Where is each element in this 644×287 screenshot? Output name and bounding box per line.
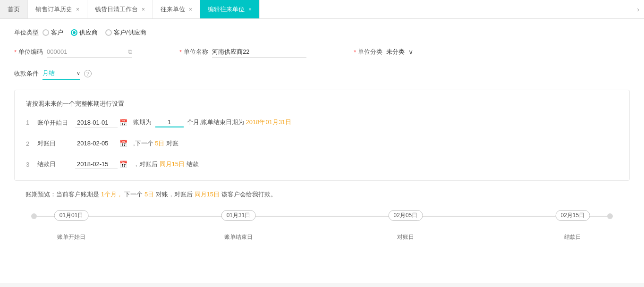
radio-both-label: 客户/供应商: [114, 28, 146, 37]
setting-num-2: 2: [26, 140, 37, 147]
date-value-1: 2018-01-01: [75, 118, 118, 127]
tabs-bar: 首页 销售订单历史 × 钱货日清工作台 × 往来单位 × 编辑往来单位 × ›: [0, 0, 644, 19]
payment-condition-row: 收款条件 月结 ∨ ?: [14, 67, 630, 80]
radio-group: 客户 供应商 客户/供应商: [42, 28, 146, 37]
calendar-icon-2[interactable]: 📅: [119, 140, 127, 147]
calendar-icon-3[interactable]: 📅: [119, 160, 127, 168]
tab-close-sales-history[interactable]: ×: [76, 6, 79, 13]
reconcile-desc-prefix: ,下一个: [133, 140, 153, 147]
timeline-right-dot: [607, 213, 613, 219]
setting-desc-1: 账期为 个月,账单结束日期为 2018年01月31日: [133, 118, 291, 127]
setting-row-3: 3 结款日 2018-02-15 📅 ，对账后 同月15日 结款: [26, 160, 618, 169]
tab-close-edit-partner[interactable]: ×: [248, 6, 252, 13]
tab-close-partner-units[interactable]: ×: [189, 6, 192, 13]
setting-field-2: 对账日: [37, 139, 75, 148]
radio-supplier-circle: [71, 29, 77, 36]
timeline-node-1: 01月01日 账单开始日: [54, 210, 89, 241]
unit-classify-label: 单位分类: [358, 48, 382, 56]
unit-code-group: * 单位编码 ⧉: [14, 46, 132, 58]
unit-classify-group: * 单位分类 未分类 ∨: [354, 48, 413, 56]
payment-select-text: 月结: [42, 69, 75, 77]
radio-both-circle: [105, 29, 112, 36]
node-1-pill: 01月01日: [54, 210, 89, 221]
settings-title: 请按照未来的一个完整帐期进行设置: [26, 100, 618, 108]
payment-select-wrapper: 月结 ∨ ?: [42, 67, 92, 80]
node-2-pill: 01月31日: [221, 210, 256, 221]
preview-payment-day: 同月15日: [195, 191, 220, 198]
unit-classify-value: 未分类: [386, 48, 405, 56]
timeline-left-dot: [31, 213, 37, 219]
period-label: 账期为: [133, 118, 152, 126]
payment-condition-group: 收款条件 月结 ∨ ?: [14, 67, 92, 80]
settings-box: 请按照未来的一个完整帐期进行设置 1 账单开始日 2018-01-01 📅 账期…: [14, 90, 630, 181]
timeline-node-4: 02月15日 结款日: [556, 210, 590, 241]
tab-partner-units[interactable]: 往来单位 ×: [153, 0, 200, 18]
reconcile-desc-suffix: 对账: [166, 140, 178, 147]
period-end-date: 2018年01月31日: [246, 118, 292, 126]
timeline-wrapper: 01月01日 账单开始日 01月31日 账单结束日 02月05日 对账日 02月…: [24, 210, 620, 243]
payment-desc-prefix: ，对账后: [133, 160, 158, 168]
unit-type-label: 单位类型: [14, 28, 39, 37]
payment-select[interactable]: 月结 ∨: [42, 67, 80, 80]
calendar-icon-1[interactable]: 📅: [119, 119, 127, 127]
unit-info-row: * 单位编码 ⧉ * 单位名称 * 单位分类 未分类 ∨: [14, 46, 630, 58]
unit-name-input[interactable]: [212, 46, 297, 57]
unit-type-group: 单位类型 客户 供应商 客户/供应商: [14, 28, 146, 37]
unit-name-input-wrapper: [212, 46, 306, 58]
payment-condition-label: 收款条件: [14, 69, 39, 78]
radio-supplier-label: 供应商: [79, 28, 98, 37]
timeline-node-2: 01月31日 账单结束日: [221, 210, 256, 241]
tab-cash-workbench[interactable]: 钱货日清工作台 ×: [87, 0, 153, 18]
date-value-3: 2018-02-15: [75, 160, 118, 169]
setting-field-1: 账单开始日: [37, 118, 75, 127]
tab-sales-history[interactable]: 销售订单历史 ×: [28, 0, 87, 18]
radio-both[interactable]: 客户/供应商: [105, 28, 146, 37]
period-unit-text: 个月,账单结束日期为: [187, 118, 244, 126]
setting-num-1: 1: [26, 119, 37, 126]
node-4-pill: 02月15日: [556, 210, 590, 221]
preview-text3: 对账，对账后: [156, 191, 193, 198]
timeline-area: 01月01日 账单开始日 01月31日 账单结束日 02月05日 对账日 02月…: [14, 210, 630, 243]
setting-date-3: 2018-02-15 📅: [75, 160, 127, 169]
unit-code-input-wrapper: ⧉: [47, 46, 132, 58]
preview-period: 1个月，: [101, 191, 123, 198]
payment-day: 同月15日: [160, 160, 185, 168]
setting-date-1: 2018-01-01 📅: [75, 118, 127, 127]
setting-desc-3: ，对账后 同月15日 结款: [133, 160, 199, 169]
node-4-label: 结款日: [564, 233, 581, 241]
help-icon[interactable]: ?: [84, 70, 92, 77]
unit-code-label: 单位编码: [18, 48, 43, 56]
setting-row-2: 2 对账日 2018-02-05 📅 ,下一个 5日 对账: [26, 139, 618, 148]
setting-date-2: 2018-02-05 📅: [75, 139, 127, 148]
required-star-code: *: [14, 49, 17, 56]
preview-text: 账期预览：当前客户账期是 1个月， 下一个 5日 对账，对账后 同月15日 该客…: [14, 190, 630, 199]
unit-name-label: 单位名称: [184, 48, 208, 56]
preview-label: 账期预览：当前客户账期是: [25, 191, 99, 198]
required-star-name: *: [179, 49, 182, 56]
unit-classify-select[interactable]: 未分类 ∨: [386, 48, 413, 56]
preview-reconcile-day: 5日: [144, 191, 154, 198]
radio-supplier[interactable]: 供应商: [71, 28, 98, 37]
tab-close-cash-workbench[interactable]: ×: [142, 6, 145, 13]
node-2-label: 账单结束日: [224, 233, 253, 241]
copy-icon[interactable]: ⧉: [128, 48, 132, 56]
period-input[interactable]: [155, 118, 184, 127]
radio-customer-circle: [42, 29, 49, 36]
setting-row-1: 1 账单开始日 2018-01-01 📅 账期为 个月,账单结束日期为 2018…: [26, 118, 618, 127]
page-content: 单位类型 客户 供应商 客户/供应商 * 单位编码: [0, 19, 644, 283]
tab-edit-partner[interactable]: 编辑往来单位 ×: [200, 0, 260, 18]
node-3-label: 对账日: [397, 233, 414, 241]
preview-text2: 下一个: [124, 191, 143, 198]
setting-field-3: 结款日: [37, 160, 75, 169]
tab-home[interactable]: 首页: [0, 0, 28, 18]
tabs-scroll-right[interactable]: ›: [632, 6, 644, 13]
radio-customer[interactable]: 客户: [42, 28, 63, 37]
radio-customer-label: 客户: [51, 28, 63, 37]
unit-code-input[interactable]: [47, 46, 126, 57]
classify-dropdown-icon: ∨: [408, 48, 413, 56]
setting-num-3: 3: [26, 161, 37, 168]
timeline-node-3: 02月05日 对账日: [389, 210, 423, 241]
setting-desc-2: ,下一个 5日 对账: [133, 139, 178, 148]
preview-text4: 该客户会给我打款。: [221, 191, 277, 198]
payment-select-arrow-icon: ∨: [76, 70, 80, 76]
